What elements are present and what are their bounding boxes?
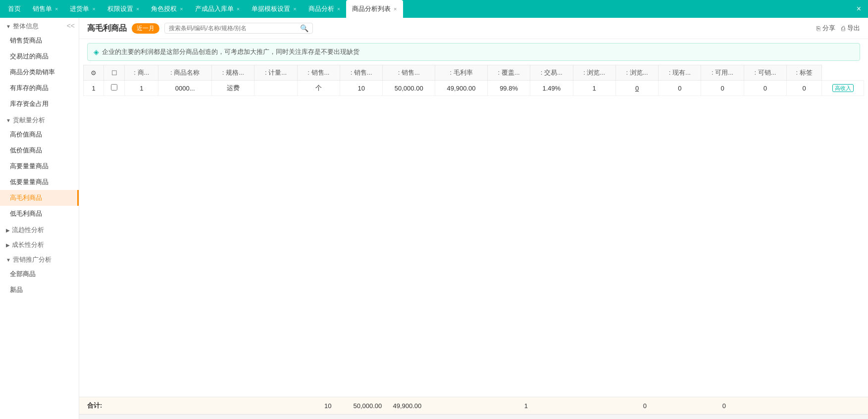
search-input[interactable] (169, 25, 298, 32)
close-window-button[interactable]: × (852, 4, 866, 13)
cell-check[interactable] (103, 81, 124, 96)
filter-period-button[interactable]: 近一月 (132, 23, 159, 34)
col-header-view2[interactable]: : 浏览... (615, 65, 658, 81)
close-tab-permissions[interactable]: × (136, 6, 139, 12)
footer-sales-profit: 49,900.00 (387, 402, 427, 410)
sidebar-item-all-goods[interactable]: 全部商品 (0, 266, 79, 282)
sidebar-group-marketing[interactable]: ▼ 营销推广分析 (0, 251, 79, 266)
sidebar-item-low-value[interactable]: 低价值商品 (0, 142, 79, 158)
cell-available_stock: 0 (744, 81, 786, 96)
export-button[interactable]: ⎙ 导出 (841, 24, 860, 33)
col-header-sales-amount[interactable]: : 销售... (340, 65, 383, 81)
sidebar-group-flow[interactable]: ▶ 流趋性分析 (0, 222, 79, 236)
sidebar-group-growth[interactable]: ▶ 成长性分析 (0, 236, 79, 251)
sidebar-group-contribution[interactable]: ▼ 贡献量分析 (0, 112, 79, 127)
info-banner: ◈ 企业的主要的利润都是这部分商品创造的，可考虑加大推广，同时关注库存是不要出现… (87, 43, 860, 61)
cell-sales_amount: 50,000.00 (383, 81, 435, 96)
close-tab-product-analysis-list[interactable]: × (394, 6, 397, 12)
cell-code: 0000... (158, 81, 212, 96)
nav-tab-sales[interactable]: 销售单 × (27, 0, 64, 18)
sidebar-item-stock-capital[interactable]: 库存资金占用 (0, 96, 79, 112)
share-button[interactable]: ⎘ 分享 (817, 24, 835, 33)
cell-sales_qty: 10 (340, 81, 383, 96)
footer-label: 合计: (87, 401, 102, 410)
main-layout: << ▼ 整体信息 销售货商品 交易过的商品 商品分类助销率 有库存的商品 库存… (0, 18, 868, 419)
header-actions: ⎘ 分享 ⎙ 导出 (817, 24, 860, 33)
footer-current-stock: 0 (625, 402, 664, 410)
col-header-tag[interactable]: : 标签 (787, 65, 822, 81)
arrow-icon-growth: ▶ (6, 242, 10, 248)
search-bar: 🔍 (164, 23, 313, 34)
col-header-settings[interactable]: ⚙ (84, 65, 104, 81)
close-tab-sales[interactable]: × (55, 6, 58, 12)
sidebar-item-high-value[interactable]: 高价值商品 (0, 127, 79, 142)
table-body: 110000...运费个1050,000.0049,900.0099.8%1.4… (84, 81, 864, 96)
cell-unit: 个 (297, 81, 340, 96)
col-header-trans[interactable]: : 交易... (530, 65, 573, 81)
cell-sellable: 0 (787, 81, 822, 96)
cell-seq: 1 (125, 81, 158, 96)
sidebar-item-in-stock[interactable]: 有库存的商品 (0, 80, 79, 96)
table-row: 110000...运费个1050,000.0049,900.0099.8%1.4… (84, 81, 864, 96)
sidebar: << ▼ 整体信息 销售货商品 交易过的商品 商品分类助销率 有库存的商品 库存… (0, 18, 79, 419)
close-tab-purchase[interactable]: × (92, 6, 95, 12)
nav-tab-roles[interactable]: 角色授权 × (145, 0, 189, 18)
sidebar-item-low-volume[interactable]: 低要量量商品 (0, 174, 79, 190)
page-title: 高毛利商品 (87, 23, 127, 34)
export-icon: ⎙ (841, 25, 845, 32)
table-header-row: ⚙ ☐ : 商... : 商品名称 : 规格... : 计量... : 销售..… (84, 65, 864, 81)
footer-sellable: 0 (704, 402, 744, 410)
sidebar-item-high-volume[interactable]: 高要量量商品 (0, 158, 79, 174)
close-tab-product-analysis[interactable]: × (337, 6, 340, 12)
arrow-icon: ▼ (6, 24, 11, 29)
footer-sales-amount: 50,000.00 (348, 402, 387, 410)
sidebar-collapse-button[interactable]: << (67, 22, 75, 30)
sidebar-item-new-goods[interactable]: 新品 (0, 282, 79, 298)
footer-trans: 1 (506, 402, 546, 410)
arrow-icon-flow: ▶ (6, 228, 10, 233)
cell-trans: 1 (573, 81, 615, 96)
col-header-current-stock[interactable]: : 现有... (659, 65, 701, 81)
col-header-sales-profit[interactable]: : 销售... (383, 65, 435, 81)
sidebar-item-high-margin[interactable]: 高毛利商品 (0, 190, 79, 206)
col-header-unit[interactable]: : 计量... (255, 65, 297, 81)
nav-tab-finished-goods[interactable]: 产成品入库单 × (189, 0, 246, 18)
sidebar-item-sales-goods[interactable]: 销售货商品 (0, 33, 79, 48)
cell-view2: 0 (659, 81, 701, 96)
content-header: 高毛利商品 近一月 🔍 ⎘ 分享 ⎙ 导出 (79, 18, 868, 39)
product-table: ⚙ ☐ : 商... : 商品名称 : 规格... : 计量... : 销售..… (83, 65, 864, 96)
cell-tag: 高收入 (822, 81, 864, 96)
nav-tab-product-analysis[interactable]: 商品分析 × (303, 0, 346, 18)
close-tab-finished-goods[interactable]: × (237, 6, 240, 12)
nav-tab-product-analysis-list[interactable]: 商品分析列表 × (346, 0, 403, 18)
cell-current_stock: 0 (701, 81, 744, 96)
nav-tab-template[interactable]: 单据模板设置 × (246, 0, 302, 18)
nav-tab-permissions[interactable]: 权限设置 × (102, 0, 145, 18)
col-header-gross-margin[interactable]: : 毛利率 (435, 65, 488, 81)
col-header-available-stock[interactable]: : 可用... (701, 65, 744, 81)
data-table-container: ⚙ ☐ : 商... : 商品名称 : 规格... : 计量... : 销售..… (79, 65, 868, 397)
nav-tab-purchase[interactable]: 进货单 × (64, 0, 101, 18)
close-tab-roles[interactable]: × (180, 6, 183, 12)
col-header-check[interactable]: ☐ (103, 65, 124, 81)
sidebar-item-low-margin[interactable]: 低毛利商品 (0, 206, 79, 222)
footer-summary: 合计: 10 50,000.00 49,900.00 1 0 0 (79, 397, 868, 414)
col-header-spec[interactable]: : 规格... (212, 65, 255, 81)
sidebar-item-traded-goods[interactable]: 交易过的商品 (0, 48, 79, 64)
col-header-sellable[interactable]: : 可销... (744, 65, 786, 81)
col-header-name[interactable]: : 商品名称 (158, 65, 212, 81)
cell-sales_profit: 49,900.00 (435, 81, 488, 96)
col-header-code[interactable]: : 商... (125, 65, 158, 81)
col-header-view1[interactable]: : 浏览... (573, 65, 615, 81)
col-header-coverage[interactable]: : 覆盖... (487, 65, 530, 81)
cell-view1[interactable]: 0 (615, 81, 658, 96)
sidebar-item-category-rate[interactable]: 商品分类助销率 (0, 64, 79, 80)
share-icon: ⎘ (817, 25, 820, 32)
content-area: 高毛利商品 近一月 🔍 ⎘ 分享 ⎙ 导出 ◈ 企业的主要的利润都是这部分商品创… (79, 18, 868, 419)
horizontal-scrollbar-area[interactable] (79, 414, 868, 419)
close-tab-template[interactable]: × (293, 6, 296, 12)
col-header-sales-qty[interactable]: : 销售... (297, 65, 340, 81)
arrow-icon-contribution: ▼ (6, 118, 11, 123)
diamond-icon: ◈ (94, 48, 99, 56)
nav-tab-home[interactable]: 首页 (2, 0, 27, 18)
